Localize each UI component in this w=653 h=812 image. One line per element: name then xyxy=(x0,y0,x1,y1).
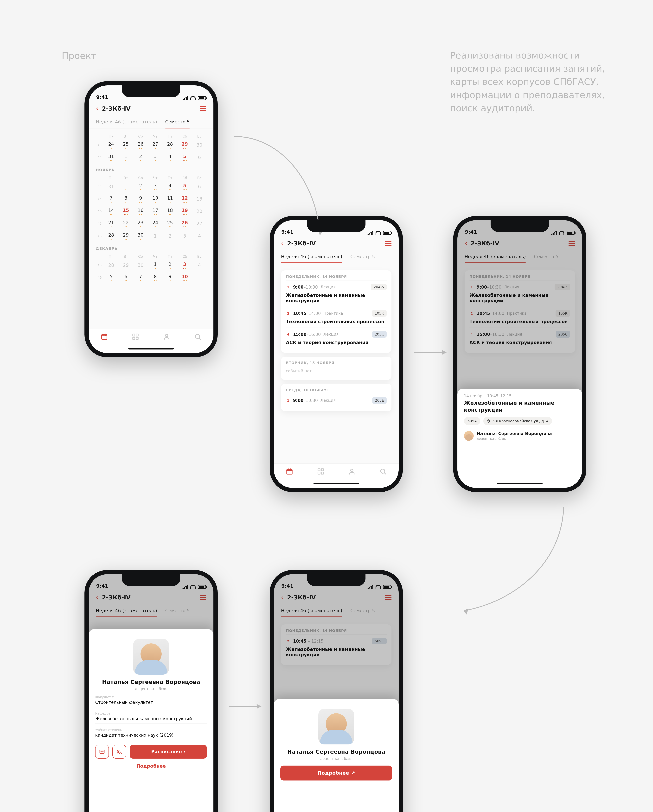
calendar-day[interactable]: 2 xyxy=(134,152,147,163)
calendar-day[interactable]: 25 xyxy=(119,139,133,151)
room-tag[interactable]: 205Е xyxy=(372,397,387,404)
calendar-day[interactable]: 4 xyxy=(193,259,206,271)
calendar-day[interactable]: 18 xyxy=(163,206,177,217)
more-button[interactable]: Подробнее ↗ xyxy=(280,766,392,780)
tab-week[interactable]: Неделя 46 (знаменатель) xyxy=(281,251,342,263)
mail-button[interactable] xyxy=(95,745,109,759)
calendar-day[interactable]: 14 xyxy=(104,206,118,217)
calendar-day[interactable]: 5 xyxy=(178,152,192,163)
lesson-row[interactable]: 415:00–16:30Лекция205САСК и теория конст… xyxy=(286,328,387,348)
calendar-day[interactable]: 8 xyxy=(148,272,162,283)
calendar-day[interactable]: 5 xyxy=(104,272,118,283)
calendar-day[interactable]: 4 xyxy=(163,181,177,192)
calendar-day[interactable]: 23 xyxy=(134,218,147,229)
calendar-day[interactable]: 29 xyxy=(119,230,133,242)
calendar-day[interactable]: 28 xyxy=(104,259,118,271)
calendar-day[interactable]: 4 xyxy=(193,230,206,242)
calendar-day[interactable]: 20 xyxy=(193,206,206,217)
calendar-day[interactable]: 30 xyxy=(134,259,147,271)
nav-schedule-icon[interactable] xyxy=(286,468,293,475)
calendar-day[interactable]: 6 xyxy=(193,152,206,163)
calendar-day[interactable]: 7 xyxy=(104,193,118,205)
home-indicator[interactable] xyxy=(314,483,359,484)
lesson-room-chip[interactable]: 505А xyxy=(464,417,480,425)
calendar-day[interactable]: 2 xyxy=(134,181,147,192)
menu-button[interactable] xyxy=(200,106,206,111)
calendar-day[interactable]: 16 xyxy=(134,206,147,217)
calendar-day[interactable]: 2 xyxy=(163,230,177,242)
tab-week[interactable]: Неделя 46 (знаменатель) xyxy=(96,116,157,128)
room-tag[interactable]: 205С xyxy=(372,331,387,337)
lesson-teacher-row[interactable]: Наталья Сергеевна Ворондова доцент к.н.,… xyxy=(464,431,576,441)
calendar-day[interactable]: 3 xyxy=(148,181,162,192)
calendar-day[interactable]: 24 xyxy=(148,218,162,229)
calendar-day[interactable]: 26 xyxy=(178,218,192,229)
calendar-day[interactable]: 1 xyxy=(119,152,133,163)
calendar-day[interactable]: 29 xyxy=(119,259,133,271)
calendar-day[interactable]: 8 xyxy=(119,193,133,205)
calendar-day[interactable]: 25 xyxy=(163,218,177,229)
calendar-day[interactable]: 30 xyxy=(193,139,206,151)
nav-search-icon[interactable] xyxy=(379,468,387,475)
calendar-day[interactable]: 6 xyxy=(119,272,133,283)
lesson-address-chip[interactable]: 2-я Красноармейская ул., д. 4 xyxy=(483,417,552,425)
calendar-day[interactable]: 31 xyxy=(104,152,118,163)
schedule-scroll[interactable]: ПОНЕДЕЛЬНИК, 14 НОЯБРЯ19:00–10:30Лекция2… xyxy=(274,263,399,418)
calendar-day[interactable]: 31 xyxy=(104,181,118,192)
calendar-day[interactable]: 9 xyxy=(134,193,147,205)
calendar-day[interactable]: 19 xyxy=(178,206,192,217)
calendar-day[interactable]: 15 xyxy=(119,206,133,217)
calendar-day[interactable]: 11 xyxy=(163,193,177,205)
nav-people-icon[interactable] xyxy=(348,468,355,475)
nav-schedule-icon[interactable] xyxy=(101,333,108,340)
menu-button[interactable] xyxy=(385,241,391,246)
more-link[interactable]: Подробнее xyxy=(95,763,207,769)
lesson-row[interactable]: 19:00–10:30Лекция204-5Железобетонные и к… xyxy=(286,280,387,307)
calendar-day[interactable]: 3 xyxy=(148,152,162,163)
calendar[interactable]: ПнВтСрЧтПтСбВс 4324252627282930443112345… xyxy=(89,128,213,283)
room-tag[interactable]: 204-5 xyxy=(371,284,387,290)
calendar-day[interactable]: 11 xyxy=(193,272,206,283)
calendar-day[interactable]: 4 xyxy=(163,152,177,163)
nav-grid-icon[interactable] xyxy=(132,333,139,340)
lesson-row[interactable]: 19:00–10:30Лекция205Е xyxy=(286,394,387,407)
calendar-day[interactable]: 9 xyxy=(163,272,177,283)
calendar-day[interactable]: 1 xyxy=(148,259,162,271)
tab-semester[interactable]: Семестр 5 xyxy=(165,116,190,128)
schedule-button[interactable]: Расписание› xyxy=(130,745,207,759)
nav-people-icon[interactable] xyxy=(163,333,170,340)
calendar-day[interactable]: 29 xyxy=(178,139,192,151)
calendar-day[interactable]: 10 xyxy=(178,272,192,283)
calendar-day[interactable]: 3 xyxy=(178,230,192,242)
back-button[interactable]: ‹ xyxy=(96,105,99,112)
teacher-name: Наталья Сергеевна Воронцова xyxy=(95,679,207,685)
calendar-day[interactable]: 27 xyxy=(148,139,162,151)
calendar-day[interactable]: 13 xyxy=(193,193,206,205)
room-tag[interactable]: 105К xyxy=(372,310,387,317)
calendar-day[interactable]: 24 xyxy=(104,139,118,151)
calendar-day[interactable]: 30 xyxy=(134,230,147,242)
home-indicator[interactable] xyxy=(497,483,543,484)
calendar-day[interactable]: 22 xyxy=(119,218,133,229)
calendar-day[interactable]: 6 xyxy=(193,181,206,192)
calendar-day[interactable]: 3 xyxy=(178,259,192,271)
calendar-day[interactable]: 28 xyxy=(104,230,118,242)
calendar-day[interactable]: 1 xyxy=(148,230,162,242)
calendar-day[interactable]: 26 xyxy=(134,139,147,151)
nav-search-icon[interactable] xyxy=(194,333,202,340)
calendar-day[interactable]: 2 xyxy=(163,259,177,271)
home-indicator[interactable] xyxy=(128,348,174,350)
calendar-day[interactable]: 7 xyxy=(134,272,147,283)
calendar-day[interactable]: 27 xyxy=(193,218,206,229)
calendar-day[interactable]: 12 xyxy=(178,193,192,205)
calendar-day[interactable]: 1 xyxy=(119,181,133,192)
tab-semester[interactable]: Семестр 5 xyxy=(350,251,375,263)
calendar-day[interactable]: 10 xyxy=(148,193,162,205)
calendar-day[interactable]: 17 xyxy=(148,206,162,217)
calendar-day[interactable]: 5 xyxy=(178,181,192,192)
calendar-day[interactable]: 21 xyxy=(104,218,118,229)
nav-grid-icon[interactable] xyxy=(317,468,324,475)
lesson-row[interactable]: 210:45–14:00Практика105КТехнологии строи… xyxy=(286,307,387,328)
calendar-day[interactable]: 28 xyxy=(163,139,177,151)
teams-button[interactable] xyxy=(112,745,126,759)
